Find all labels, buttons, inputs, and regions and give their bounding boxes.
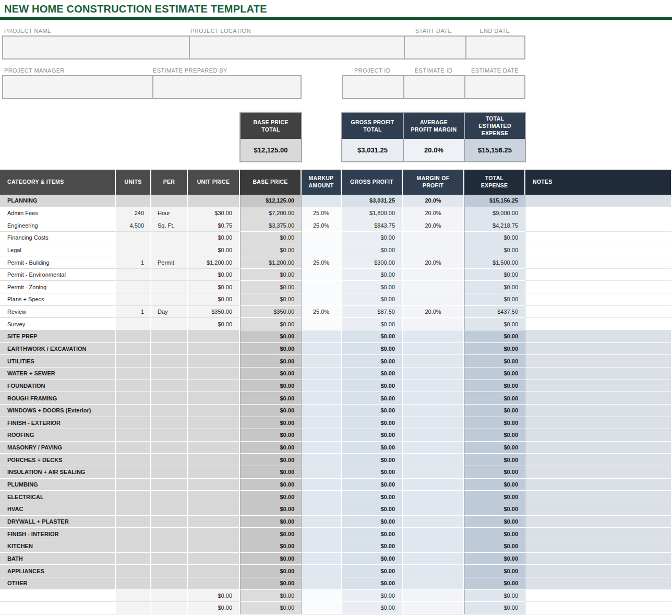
cell-units[interactable] <box>116 318 151 330</box>
cell-unitprice[interactable]: $0.75 <box>188 219 240 232</box>
cell-per[interactable] <box>151 491 188 503</box>
cell-markup[interactable] <box>302 429 342 442</box>
cell-base[interactable]: $0.00 <box>240 417 302 430</box>
cell-unitprice[interactable] <box>188 528 240 540</box>
cell-total[interactable]: $0.00 <box>464 528 525 540</box>
cell-margin[interactable]: 20.0% <box>403 219 464 232</box>
cell-margin[interactable] <box>403 454 464 466</box>
cell-notes[interactable] <box>525 219 672 232</box>
cell-units[interactable]: 240 <box>116 207 151 220</box>
cell-margin[interactable] <box>403 479 464 491</box>
cell-markup[interactable] <box>302 466 342 479</box>
cell-units[interactable] <box>116 577 151 590</box>
cell-markup[interactable] <box>302 442 342 454</box>
cell-total[interactable]: $0.00 <box>464 454 525 466</box>
cell-unitprice[interactable] <box>188 429 240 442</box>
cell-markup[interactable] <box>302 281 342 293</box>
cell-per[interactable]: Sq. Ft. <box>151 219 188 232</box>
cell-units[interactable] <box>116 417 151 430</box>
cell-total[interactable]: $0.00 <box>464 405 525 417</box>
cell-gross[interactable]: $0.00 <box>342 293 403 306</box>
cell-cat[interactable]: WATER + SEWER <box>0 368 116 380</box>
cell-base[interactable]: $0.00 <box>240 244 302 257</box>
cell-unitprice[interactable] <box>188 553 240 565</box>
cell-margin[interactable] <box>403 602 464 614</box>
cell-gross[interactable]: $0.00 <box>342 540 403 553</box>
cell-notes[interactable] <box>525 306 672 318</box>
cell-markup[interactable] <box>302 343 342 356</box>
cell-cat[interactable]: EARTHWORK / EXCAVATION <box>0 343 116 356</box>
cell-gross[interactable]: $0.00 <box>342 454 403 466</box>
cell-notes[interactable] <box>525 590 672 602</box>
cell-gross[interactable]: $0.00 <box>342 503 403 516</box>
cell-margin[interactable] <box>403 392 464 405</box>
cell-notes[interactable] <box>525 405 672 417</box>
cell-markup[interactable] <box>302 380 342 393</box>
cell-base[interactable]: $0.00 <box>240 429 302 442</box>
cell-cat[interactable] <box>0 602 116 614</box>
estimate-prepared-by-field[interactable] <box>152 76 301 98</box>
cell-unitprice[interactable]: $0.00 <box>188 269 240 281</box>
cell-notes[interactable] <box>525 355 672 368</box>
cell-units[interactable]: 4,500 <box>116 219 151 232</box>
cell-notes[interactable] <box>525 491 672 503</box>
cell-margin[interactable] <box>403 590 464 602</box>
cell-units[interactable] <box>116 281 151 293</box>
cell-per[interactable] <box>151 195 188 207</box>
cell-gross[interactable]: $0.00 <box>342 232 403 244</box>
cell-base[interactable]: $0.00 <box>240 330 302 343</box>
cell-margin[interactable] <box>403 368 464 380</box>
cell-gross[interactable]: $0.00 <box>342 577 403 590</box>
cell-unitprice[interactable] <box>188 540 240 553</box>
cell-cat[interactable]: Financing Costs <box>0 232 116 244</box>
project-id-field[interactable] <box>343 76 403 98</box>
cell-notes[interactable] <box>525 466 672 479</box>
cell-total[interactable]: $15,156.25 <box>464 195 525 207</box>
cell-total[interactable]: $4,218.75 <box>464 219 525 232</box>
cell-cat[interactable]: WINDOWS + DOORS (Exterior) <box>0 405 116 417</box>
cell-gross[interactable]: $0.00 <box>342 553 403 565</box>
cell-total[interactable]: $0.00 <box>464 232 525 244</box>
cell-total[interactable]: $0.00 <box>464 565 525 577</box>
cell-per[interactable] <box>151 466 188 479</box>
cell-notes[interactable] <box>525 207 672 220</box>
cell-gross[interactable]: $0.00 <box>342 429 403 442</box>
cell-base[interactable]: $0.00 <box>240 232 302 244</box>
cell-cat[interactable]: ROUGH FRAMING <box>0 392 116 405</box>
cell-notes[interactable] <box>525 281 672 293</box>
cell-markup[interactable]: 25.0% <box>302 306 342 318</box>
cell-margin[interactable] <box>403 380 464 393</box>
cell-unitprice[interactable] <box>188 368 240 380</box>
cell-gross[interactable]: $0.00 <box>342 380 403 393</box>
project-location-field[interactable] <box>189 37 404 58</box>
cell-total[interactable]: $0.00 <box>464 516 525 528</box>
cell-total[interactable]: $0.00 <box>464 602 525 614</box>
cell-units[interactable]: 1 <box>116 256 151 269</box>
cell-notes[interactable] <box>525 565 672 577</box>
cell-margin[interactable] <box>403 553 464 565</box>
cell-units[interactable] <box>116 392 151 405</box>
cell-margin[interactable] <box>403 442 464 454</box>
cell-unitprice[interactable] <box>188 405 240 417</box>
cell-margin[interactable] <box>403 417 464 430</box>
cell-total[interactable]: $0.00 <box>464 330 525 343</box>
cell-notes[interactable] <box>525 380 672 393</box>
cell-gross[interactable]: $0.00 <box>342 281 403 293</box>
estimate-date-field[interactable] <box>464 76 524 98</box>
cell-base[interactable]: $0.00 <box>240 540 302 553</box>
cell-gross[interactable]: $0.00 <box>342 355 403 368</box>
cell-base[interactable]: $0.00 <box>240 442 302 454</box>
cell-per[interactable] <box>151 392 188 405</box>
cell-notes[interactable] <box>525 417 672 430</box>
cell-markup[interactable] <box>302 368 342 380</box>
cell-per[interactable] <box>151 590 188 602</box>
cell-unitprice[interactable] <box>188 466 240 479</box>
cell-unitprice[interactable] <box>188 355 240 368</box>
cell-total[interactable]: $0.00 <box>464 479 525 491</box>
cell-cat[interactable]: HVAC <box>0 503 116 516</box>
cell-per[interactable] <box>151 405 188 417</box>
project-manager-field[interactable] <box>3 76 152 98</box>
end-date-field[interactable] <box>465 37 524 58</box>
cell-unitprice[interactable]: $0.00 <box>188 602 240 614</box>
cell-total[interactable]: $0.00 <box>464 318 525 330</box>
